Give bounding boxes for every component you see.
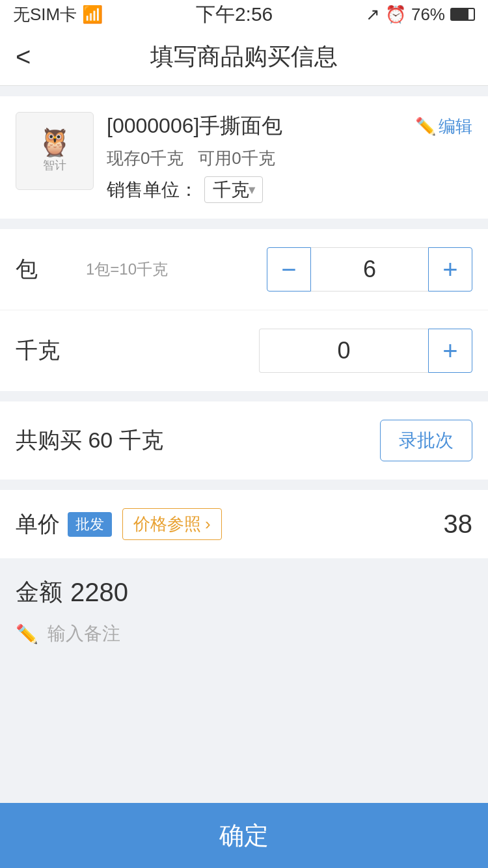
battery-icon — [450, 8, 475, 21]
location-icon: ↗ — [366, 5, 380, 25]
batch-button[interactable]: 录批次 — [380, 420, 472, 461]
stock-label: 现存0千克 — [107, 148, 183, 168]
product-name-row: [0000006]手撕面包 ✏️ 编辑 — [107, 112, 472, 141]
price-batch-tag: 批发 — [68, 512, 112, 537]
kg-plus-button[interactable]: + — [428, 329, 472, 373]
amount-label: 金额 — [16, 576, 62, 608]
confirm-button[interactable]: 确定 — [0, 803, 488, 868]
product-name: [0000006]手撕面包 — [107, 112, 282, 141]
package-input-row: 包 1包=10千克 − + — [0, 229, 488, 310]
amount-section: 金额 2280 ✏️ 输入备注 — [0, 558, 488, 659]
input-section: 包 1包=10千克 − + 千克 + — [0, 229, 488, 391]
package-sub-label: 1包=10千克 — [86, 259, 168, 280]
price-label: 单价 — [16, 509, 60, 539]
nav-bar: < 填写商品购买信息 — [0, 29, 488, 86]
product-owl-icon: 🦉 — [38, 129, 72, 156]
product-unit-row: 销售单位： 千克 — [107, 176, 472, 203]
kg-input-control: + — [259, 329, 472, 373]
package-label: 包 — [16, 254, 81, 284]
product-thumbnail: 🦉 智计 — [16, 112, 94, 190]
available-label: 可用0千克 — [198, 148, 275, 168]
status-right: ↗ ⏰ 76% — [366, 5, 475, 25]
page-title: 填写商品购买信息 — [150, 41, 338, 73]
price-ref-label: 价格参照 — [133, 513, 201, 536]
carrier-label: 无SIM卡 — [13, 3, 77, 26]
package-input-control: − + — [267, 247, 472, 292]
kg-input-row: 千克 + — [0, 310, 488, 391]
wifi-icon: 📶 — [82, 5, 103, 25]
product-owl-sublabel: 智计 — [43, 157, 66, 173]
note-row[interactable]: ✏️ 输入备注 — [16, 621, 472, 646]
alarm-icon: ⏰ — [385, 5, 406, 25]
product-id: [0000006] — [107, 114, 199, 137]
kg-label: 千克 — [16, 336, 81, 366]
summary-text: 共购买 60 千克 — [16, 426, 163, 455]
price-section: 单价 批发 价格参照 › 38 — [0, 490, 488, 558]
price-ref-arrow: › — [205, 514, 211, 534]
kg-qty-input[interactable] — [259, 329, 428, 373]
edit-icon: ✏️ — [415, 116, 436, 137]
unit-prefix-label: 销售单位： — [107, 178, 198, 202]
status-left: 无SIM卡 📶 — [13, 3, 103, 26]
status-bar: 无SIM卡 📶 下午2:56 ↗ ⏰ 76% — [0, 0, 488, 29]
product-stock: 现存0千克 可用0千克 — [107, 147, 472, 170]
package-qty-input[interactable] — [311, 247, 428, 292]
back-button[interactable]: < — [16, 42, 31, 72]
status-time: 下午2:56 — [196, 1, 273, 28]
price-ref-button[interactable]: 价格参照 › — [122, 508, 222, 540]
product-section: 🦉 智计 [0000006]手撕面包 ✏️ 编辑 现存0千克 可用0千克 销售单… — [0, 96, 488, 219]
unit-select[interactable]: 千克 — [204, 176, 263, 203]
pencil-icon: ✏️ — [16, 623, 38, 645]
product-title: 手撕面包 — [199, 114, 282, 137]
amount-value: 2280 — [70, 578, 128, 607]
unit-select-wrapper[interactable]: 千克 — [204, 176, 263, 203]
edit-link[interactable]: ✏️ 编辑 — [415, 115, 472, 138]
package-minus-button[interactable]: − — [267, 247, 311, 292]
product-info: [0000006]手撕面包 ✏️ 编辑 现存0千克 可用0千克 销售单位： 千克 — [107, 112, 472, 203]
summary-section: 共购买 60 千克 录批次 — [0, 401, 488, 480]
amount-row: 金额 2280 — [16, 576, 472, 608]
note-label: 输入备注 — [47, 621, 120, 646]
package-plus-button[interactable]: + — [428, 247, 472, 292]
battery-label: 76% — [411, 5, 445, 25]
edit-label: 编辑 — [439, 115, 472, 138]
price-value: 38 — [444, 509, 473, 539]
